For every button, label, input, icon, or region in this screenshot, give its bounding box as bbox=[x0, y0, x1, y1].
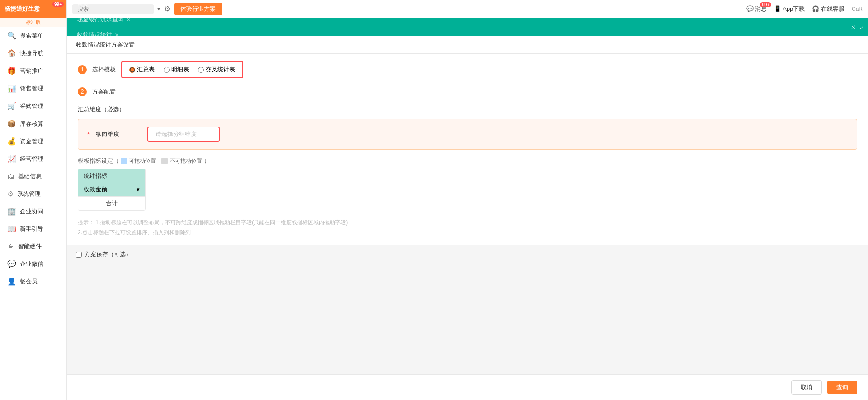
sidebar-item-label: 企业微信 bbox=[20, 260, 43, 268]
basic-icon: 🗂 bbox=[7, 172, 14, 180]
form-section: 1 选择模板 汇总表 明细表 交叉统计表 bbox=[67, 54, 868, 245]
sidebar-edition: 标准版 bbox=[0, 18, 66, 27]
page-content: 收款情况统计方案设置 1 选择模板 汇总表 明细表 bbox=[67, 36, 868, 374]
sidebar-item-hardware[interactable]: 🖨智能硬件 bbox=[0, 238, 66, 255]
online-service[interactable]: 🎧 在线客服 bbox=[812, 5, 844, 13]
save-option[interactable]: 方案保存（可选） bbox=[76, 250, 132, 259]
save-option-bar: 方案保存（可选） bbox=[67, 245, 868, 264]
sidebar-item-wechat[interactable]: 💬企业微信 bbox=[0, 255, 66, 273]
option-cross[interactable]: 交叉统计表 bbox=[198, 66, 235, 74]
dim-arrow: —— bbox=[127, 131, 139, 138]
indicator-table: 统计指标 收款金额 ▾ 合计 bbox=[78, 169, 146, 211]
sidebar-item-search-menu[interactable]: 🔍搜索菜单 bbox=[0, 27, 66, 44]
inventory-icon: 📦 bbox=[7, 119, 16, 128]
tabbar-controls: ✕ ⤢ bbox=[851, 24, 864, 31]
sidebar-logo: 畅捷通好生意 99+ bbox=[0, 0, 66, 18]
cancel-button[interactable]: 取消 bbox=[791, 380, 822, 395]
sidebar-item-basic[interactable]: 🗂基础信息 bbox=[0, 168, 66, 185]
dim-select[interactable]: 请选择分组维度 bbox=[147, 127, 220, 142]
sidebar-item-label: 智能硬件 bbox=[18, 242, 42, 250]
sidebar-item-quick-nav[interactable]: 🏠快捷导航 bbox=[0, 44, 66, 62]
tab-label-bank-flow: 现金银行流水查询 bbox=[77, 15, 124, 24]
sidebar-item-sales[interactable]: 📊销售管理 bbox=[0, 80, 66, 97]
sidebar-item-inventory[interactable]: 📦库存核算 bbox=[0, 115, 66, 132]
wechat-icon: 💬 bbox=[7, 259, 16, 268]
sidebar-item-label: 销售管理 bbox=[20, 85, 43, 93]
topbar: ▾ ⚙ 体验行业方案 💬 消息 99+ 📱 App下载 🎧 在线客服 CaR bbox=[67, 0, 868, 18]
step1-row: 1 选择模板 汇总表 明细表 交叉统计表 bbox=[78, 61, 857, 78]
indicator-title-label: 模板指标设定（ bbox=[78, 157, 119, 165]
radio-detail[interactable] bbox=[164, 67, 170, 73]
sidebar-item-label: 系统管理 bbox=[17, 190, 41, 198]
sidebar-item-member[interactable]: 👤畅会员 bbox=[0, 273, 66, 290]
system-icon: ⚙ bbox=[7, 189, 14, 198]
dimension-title: 汇总维度（必选） bbox=[78, 105, 857, 113]
sidebar-item-capital[interactable]: 💰资金管理 bbox=[0, 132, 66, 150]
close-window-icon[interactable]: ✕ bbox=[851, 24, 856, 31]
sidebar-item-label: 企业协同 bbox=[20, 207, 43, 216]
column-header[interactable]: 收款金额 ▾ bbox=[78, 183, 145, 196]
tabbar: 首页现金银行流水查询 ✕收款情况统计 ✕新建方案 ✕ ✕ ⤢ bbox=[67, 18, 868, 36]
enterprise-icon: 🏢 bbox=[7, 207, 16, 216]
column-label: 收款金额 bbox=[84, 185, 107, 193]
sidebar-item-newbie[interactable]: 📖新手引导 bbox=[0, 220, 66, 238]
option-detail[interactable]: 明细表 bbox=[164, 66, 189, 74]
save-checkbox[interactable] bbox=[76, 252, 82, 258]
config-section: 汇总维度（必选） * 纵向维度 —— 请选择分组维度 模板指标设定（ 可拖动位置 bbox=[78, 105, 857, 237]
sidebar-item-label: 经营管理 bbox=[20, 155, 43, 163]
search-menu-icon: 🔍 bbox=[7, 31, 16, 40]
radio-cross[interactable] bbox=[198, 67, 204, 73]
app-download[interactable]: 📱 App下载 bbox=[774, 5, 805, 13]
sidebar-item-marketing[interactable]: 🎁营销推广 bbox=[0, 62, 66, 80]
tab-close-new-plan[interactable]: ✕ bbox=[103, 47, 107, 53]
user-avatar: CaR bbox=[852, 6, 863, 12]
dropdown-icon[interactable]: ▾ bbox=[157, 5, 160, 12]
sidebar-item-label: 搜索菜单 bbox=[20, 32, 43, 40]
step1-label: 选择模板 bbox=[92, 66, 116, 74]
dimension-box: * 纵向维度 —— 请选择分组维度 bbox=[78, 119, 857, 150]
tab-close-bank-flow[interactable]: ✕ bbox=[127, 17, 131, 23]
draggable-legend-dot bbox=[121, 158, 127, 164]
save-option-label: 方案保存（可选） bbox=[85, 250, 132, 259]
sidebar-item-enterprise[interactable]: 🏢企业协同 bbox=[0, 202, 66, 220]
tips-section: 提示： 1.拖动标题栏可以调整布局，不可跨维度或指标区域拖动栏目字段(只能在同一… bbox=[78, 218, 857, 237]
sidebar-item-operation[interactable]: 📈经营管理 bbox=[0, 150, 66, 168]
tab-bank-flow[interactable]: 现金银行流水查询 ✕ bbox=[71, 12, 137, 27]
member-icon: 👤 bbox=[7, 277, 16, 286]
footer-buttons: 取消 查询 bbox=[67, 374, 868, 400]
step2-row: 2 方案配置 bbox=[78, 87, 857, 96]
trial-button[interactable]: 体验行业方案 bbox=[174, 3, 222, 15]
logo-badge: 99+ bbox=[52, 2, 64, 7]
expand-icon[interactable]: ⤢ bbox=[859, 24, 864, 31]
option-summary[interactable]: 汇总表 bbox=[129, 66, 155, 74]
sidebar-item-label: 资金管理 bbox=[20, 137, 43, 146]
fixed-legend-dot bbox=[161, 158, 168, 164]
template-options: 汇总表 明细表 交叉统计表 bbox=[121, 61, 243, 78]
sidebar-item-label: 采购管理 bbox=[20, 102, 43, 110]
indicator-table-header[interactable]: 统计指标 bbox=[78, 169, 145, 183]
indicator-legend-row: 模板指标设定（ 可拖动位置 不可拖动位置 ） bbox=[78, 157, 857, 165]
radio-summary[interactable] bbox=[129, 67, 135, 73]
required-marker: * bbox=[87, 131, 90, 138]
main-area: ▾ ⚙ 体验行业方案 💬 消息 99+ 📱 App下载 🎧 在线客服 CaR 首… bbox=[67, 0, 868, 400]
column-chevron: ▾ bbox=[137, 186, 140, 193]
message-badge: 99+ bbox=[760, 2, 771, 7]
sidebar-item-purchase[interactable]: 🛒采购管理 bbox=[0, 97, 66, 115]
step1-num: 1 bbox=[78, 65, 87, 74]
tab-home[interactable]: 首页 bbox=[71, 0, 137, 12]
query-button[interactable]: 查询 bbox=[827, 381, 857, 394]
option-summary-label: 汇总表 bbox=[137, 66, 155, 74]
tab-close-receipt-stats[interactable]: ✕ bbox=[115, 32, 119, 38]
capital-icon: 💰 bbox=[7, 137, 16, 146]
vertical-dim-row: * 纵向维度 —— 请选择分组维度 bbox=[87, 127, 848, 142]
sidebar-item-label: 新手引导 bbox=[20, 225, 43, 233]
indicator-tables: 统计指标 收款金额 ▾ 合计 bbox=[78, 169, 857, 211]
sidebar: 畅捷通好生意 99+ 标准版 🔍搜索菜单🏠快捷导航🎁营销推广📊销售管理🛒采购管理… bbox=[0, 0, 67, 400]
sidebar-item-label: 库存核算 bbox=[20, 120, 43, 128]
tab-label-home: 首页 bbox=[77, 0, 89, 8]
operation-icon: 📈 bbox=[7, 155, 16, 163]
sidebar-item-system[interactable]: ⚙系统管理 bbox=[0, 185, 66, 202]
message-icon[interactable]: 💬 消息 99+ bbox=[746, 5, 767, 13]
gear-icon[interactable]: ⚙ bbox=[164, 5, 170, 13]
quick-nav-icon: 🏠 bbox=[7, 49, 16, 57]
